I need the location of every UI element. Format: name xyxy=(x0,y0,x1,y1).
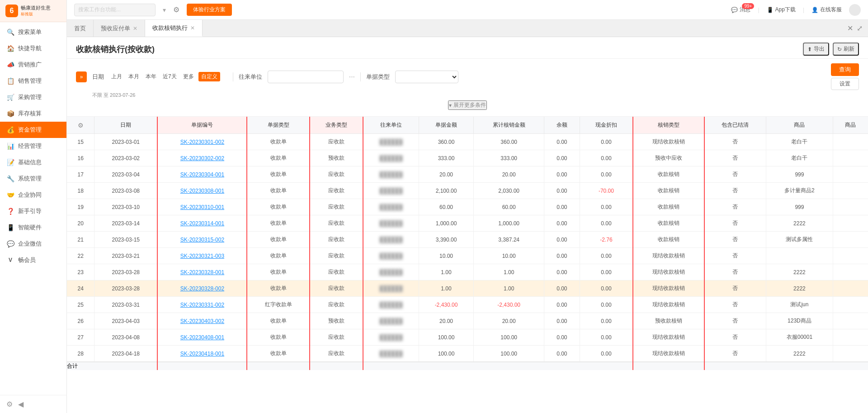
cell-bill-no[interactable]: SK-20230308-001 xyxy=(157,183,247,199)
sidebar-item-member[interactable]: V 畅会员 xyxy=(0,252,66,268)
date-btn-this-year[interactable]: 本年 xyxy=(144,72,158,81)
sidebar-item-purchase[interactable]: 🛒 采购管理 xyxy=(0,89,66,105)
cell-bill-no[interactable]: SK-20230301-002 xyxy=(157,134,247,150)
bill-no-link[interactable]: SK-20230328-001 xyxy=(180,269,224,275)
main-content: 搜索工作台功能... ▾ ⚙ 体验行业方案 💬 消息 99+ | 📱 App下载… xyxy=(67,0,868,413)
cell-bill-no[interactable]: SK-20230315-002 xyxy=(157,232,247,248)
bill-type-select[interactable] xyxy=(395,71,458,83)
data-table-container[interactable]: ⚙ 日期 单据编号 单据类型 业务类型 往来单位 单据金额 累计核销金额 余额 … xyxy=(67,117,868,413)
tab-home[interactable]: 首页 xyxy=(67,20,94,37)
cell-no: 28 xyxy=(67,346,94,362)
bill-no-link[interactable]: SK-20230310-001 xyxy=(180,204,224,210)
sidebar-item-system[interactable]: 🔧 系统管理 xyxy=(0,171,66,187)
more-filters-dots[interactable]: ··· xyxy=(349,73,355,81)
topbar-dropdown-arrow[interactable]: ▾ xyxy=(163,6,166,14)
cell-bill-no[interactable]: SK-20230321-003 xyxy=(157,248,247,264)
tab-prepayment[interactable]: 预收应付单 ✕ xyxy=(94,20,145,37)
sidebar-item-finance[interactable]: 💰 资金管理 xyxy=(0,122,66,138)
finance-icon: 💰 xyxy=(6,126,14,133)
sidebar-item-shortcut[interactable]: 🏠 快捷导航 xyxy=(0,40,66,57)
cell-bill-no[interactable]: SK-20230403-002 xyxy=(157,313,247,329)
bill-no-link[interactable]: SK-20230408-001 xyxy=(180,334,224,341)
col-goods1: 商品 xyxy=(766,117,833,134)
sidebar-item-inventory[interactable]: 📦 库存核算 xyxy=(0,105,66,122)
refresh-button[interactable]: ↻ 刷新 xyxy=(833,43,859,56)
date-btn-more[interactable]: 更多 xyxy=(181,72,196,81)
industry-solution-button[interactable]: 体验行业方案 xyxy=(187,4,232,16)
cell-bill-no[interactable]: SK-20230331-002 xyxy=(157,297,247,313)
cell-writeoff: 1.00 xyxy=(474,264,544,280)
sidebar-item-enterprise[interactable]: 🤝 企业协同 xyxy=(0,187,66,203)
footer-goods2 xyxy=(833,362,868,370)
cell-amount: 1,000.00 xyxy=(419,215,474,232)
cell-bill-no[interactable]: SK-20230328-002 xyxy=(157,280,247,297)
cell-bill-type: 收款单 xyxy=(247,134,309,150)
topbar-search-box[interactable]: 搜索工作台功能... xyxy=(74,4,156,16)
cell-counterpart: ██████ xyxy=(363,264,419,280)
tab-writeoff-close[interactable]: ✕ xyxy=(190,25,195,31)
cell-writeoff: 333.00 xyxy=(474,150,544,166)
collapse-icon[interactable]: ◀ xyxy=(18,400,24,408)
online-service-icon: 👤 xyxy=(811,7,818,13)
date-btn-custom[interactable]: 自定义 xyxy=(198,72,220,81)
bill-no-link[interactable]: SK-20230304-001 xyxy=(180,171,224,178)
sidebar-item-basic[interactable]: 📝 基础信息 xyxy=(0,154,66,171)
cell-no: 16 xyxy=(67,150,94,166)
cell-amount: 10.00 xyxy=(419,248,474,264)
sidebar: 6 畅康道好生意 标推版 🔍 搜索菜单 🏠 快捷导航 📣 营销推广 📋 销售管理… xyxy=(0,0,67,413)
bill-no-link[interactable]: SK-20230302-002 xyxy=(180,155,224,161)
bill-no-link[interactable]: SK-20230315-002 xyxy=(180,237,224,243)
bill-no-link[interactable]: SK-20230301-002 xyxy=(180,139,224,145)
date-btn-this-month[interactable]: 本月 xyxy=(127,72,141,81)
settings-filter-button[interactable]: 设置 xyxy=(831,78,859,90)
tab-writeoff[interactable]: 收款核销执行 ✕ xyxy=(145,20,203,37)
sidebar-item-marketing[interactable]: 📣 营销推广 xyxy=(0,57,66,73)
cell-bill-no[interactable]: SK-20230302-002 xyxy=(157,150,247,166)
app-download-link[interactable]: 📱 App下载 xyxy=(767,6,796,14)
sidebar-item-guide[interactable]: ❓ 新手引导 xyxy=(0,203,66,219)
sidebar-item-sales[interactable]: 📋 销售管理 xyxy=(0,73,66,89)
col-settings[interactable]: ⚙ xyxy=(67,117,94,134)
filter-expand-button[interactable]: » xyxy=(76,71,87,82)
cell-bill-no[interactable]: SK-20230418-001 xyxy=(157,346,247,362)
tab-restore-icon[interactable]: ⤢ xyxy=(857,24,863,33)
cell-writeoff: 100.00 xyxy=(474,346,544,362)
sidebar-item-wechat[interactable]: 💬 企业微信 xyxy=(0,236,66,252)
topbar-gear-icon[interactable]: ⚙ xyxy=(173,5,179,14)
sidebar-item-operation[interactable]: 📊 经营管理 xyxy=(0,138,66,154)
cell-amount: 1.00 xyxy=(419,264,474,280)
cell-biz-type: 应收款 xyxy=(310,346,363,362)
expand-more-button[interactable]: ▾ 展开更多条件 xyxy=(448,100,487,110)
cell-writeoff-type: 现结收款核销 xyxy=(633,248,704,264)
cell-included: 否 xyxy=(704,183,766,199)
cell-bill-no[interactable]: SK-20230328-001 xyxy=(157,264,247,280)
bill-no-link[interactable]: SK-20230418-001 xyxy=(180,351,224,357)
online-service-link[interactable]: 👤 在线客服 xyxy=(811,6,842,14)
bill-no-link[interactable]: SK-20230328-002 xyxy=(180,285,224,292)
user-avatar[interactable] xyxy=(849,4,861,16)
query-button[interactable]: 查询 xyxy=(831,63,859,76)
bill-no-link[interactable]: SK-20230331-002 xyxy=(180,302,224,308)
cell-bill-no[interactable]: SK-20230304-001 xyxy=(157,166,247,183)
counterpart-input[interactable] xyxy=(268,71,344,83)
sidebar-item-member-label: 畅会员 xyxy=(18,256,36,264)
hardware-icon: 📱 xyxy=(6,224,14,231)
bill-no-link[interactable]: SK-20230403-002 xyxy=(180,318,224,324)
cell-bill-no[interactable]: SK-20230408-001 xyxy=(157,329,247,346)
sidebar-item-search[interactable]: 🔍 搜索菜单 xyxy=(0,24,66,40)
cell-bill-no[interactable]: SK-20230314-001 xyxy=(157,215,247,232)
bill-no-link[interactable]: SK-20230308-001 xyxy=(180,188,224,194)
tab-prepayment-close[interactable]: ✕ xyxy=(133,25,137,32)
date-btn-7days[interactable]: 近7天 xyxy=(161,72,179,81)
bill-no-link[interactable]: SK-20230314-001 xyxy=(180,220,224,227)
bill-no-link[interactable]: SK-20230321-003 xyxy=(180,253,224,259)
export-button[interactable]: ⬆ 导出 xyxy=(803,43,829,56)
cell-bill-type: 收款单 xyxy=(247,232,309,248)
tab-close-all-icon[interactable]: ✕ xyxy=(847,24,853,33)
settings-footer-icon[interactable]: ⚙ xyxy=(6,400,13,408)
date-btn-last-month[interactable]: 上月 xyxy=(109,72,124,81)
cell-bill-no[interactable]: SK-20230310-001 xyxy=(157,199,247,215)
message-badge[interactable]: 💬 消息 99+ xyxy=(731,6,750,14)
table-header-row: ⚙ 日期 单据编号 单据类型 业务类型 往来单位 单据金额 累计核销金额 余额 … xyxy=(67,117,868,134)
sidebar-item-hardware[interactable]: 📱 智能硬件 xyxy=(0,219,66,236)
